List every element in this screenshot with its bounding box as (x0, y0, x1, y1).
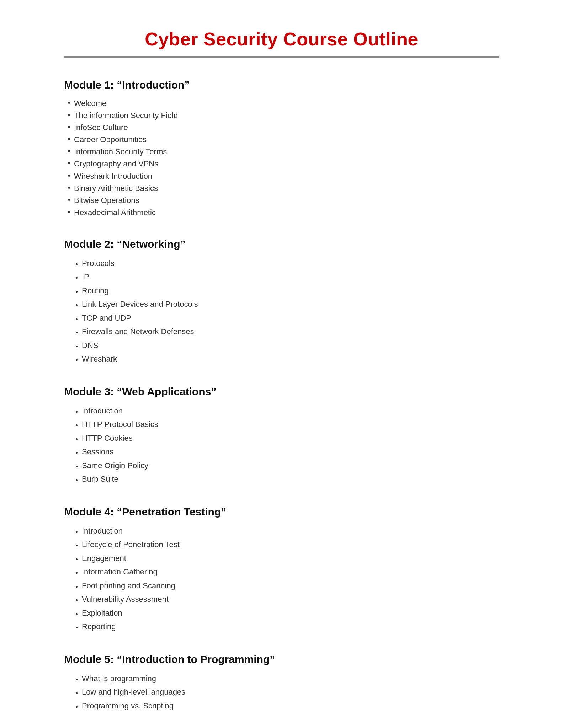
list-item: Information Gathering (82, 565, 499, 579)
module-section-2: Module 2: “Networking”ProtocolsIPRouting… (64, 238, 499, 366)
list-item: Lifecycle of Penetration Test (82, 538, 499, 552)
module-list-1: WelcomeThe information Security FieldInf… (64, 97, 499, 219)
list-item: Low and high-level languages (82, 685, 499, 699)
list-item: The information Security Field (68, 109, 499, 122)
modules-container: Module 1: “Introduction”WelcomeThe infor… (64, 79, 499, 713)
module-section-4: Module 4: “Penetration Testing”Introduct… (64, 506, 499, 634)
list-item: TCP and UDP (82, 311, 499, 325)
module-heading-4: Module 4: “Penetration Testing” (64, 506, 499, 518)
list-item: Wireshark (82, 352, 499, 366)
list-item: HTTP Cookies (82, 432, 499, 445)
module-list-3: IntroductionHTTP Protocol BasicsHTTP Coo… (64, 404, 499, 486)
module-heading-5: Module 5: “Introduction to Programming” (64, 653, 499, 665)
list-item: Burp Suite (82, 472, 499, 486)
module-section-1: Module 1: “Introduction”WelcomeThe infor… (64, 79, 499, 219)
list-item: Cryptography and VPNs (68, 158, 499, 170)
list-item: Welcome (68, 97, 499, 109)
module-list-2: ProtocolsIPRoutingLink Layer Devices and… (64, 257, 499, 366)
list-item: Programming vs. Scripting (82, 699, 499, 713)
module-heading-2: Module 2: “Networking” (64, 238, 499, 250)
list-item: Introduction (82, 524, 499, 538)
list-item: Foot printing and Scanning (82, 579, 499, 593)
list-item: Reporting (82, 620, 499, 634)
list-item: Firewalls and Network Defenses (82, 325, 499, 339)
list-item: What is programming (82, 672, 499, 686)
list-item: Link Layer Devices and Protocols (82, 298, 499, 311)
list-item: Routing (82, 284, 499, 298)
module-section-5: Module 5: “Introduction to Programming”W… (64, 653, 499, 713)
module-section-3: Module 3: “Web Applications”Introduction… (64, 386, 499, 486)
list-item: Engagement (82, 552, 499, 566)
list-item: Sessions (82, 445, 499, 459)
list-item: Binary Arithmetic Basics (68, 182, 499, 194)
list-item: Same Origin Policy (82, 459, 499, 473)
list-item: Exploitation (82, 606, 499, 620)
list-item: DNS (82, 339, 499, 353)
list-item: Hexadecimal Arithmetic (68, 207, 499, 219)
module-list-5: What is programmingLow and high-level la… (64, 672, 499, 713)
list-item: IP (82, 270, 499, 284)
module-list-4: IntroductionLifecycle of Penetration Tes… (64, 524, 499, 634)
title-divider (64, 56, 499, 58)
list-item: Wireshark Introduction (68, 170, 499, 182)
list-item: Vulnerability Assessment (82, 593, 499, 606)
list-item: HTTP Protocol Basics (82, 418, 499, 432)
module-heading-1: Module 1: “Introduction” (64, 79, 499, 91)
list-item: Career Opportunities (68, 134, 499, 146)
list-item: Protocols (82, 257, 499, 271)
list-item: Information Security Terms (68, 146, 499, 158)
list-item: Bitwise Operations (68, 194, 499, 207)
list-item: InfoSec Culture (68, 122, 499, 134)
list-item: Introduction (82, 404, 499, 418)
page-title: Cyber Security Course Outline (64, 28, 499, 50)
module-heading-3: Module 3: “Web Applications” (64, 386, 499, 398)
